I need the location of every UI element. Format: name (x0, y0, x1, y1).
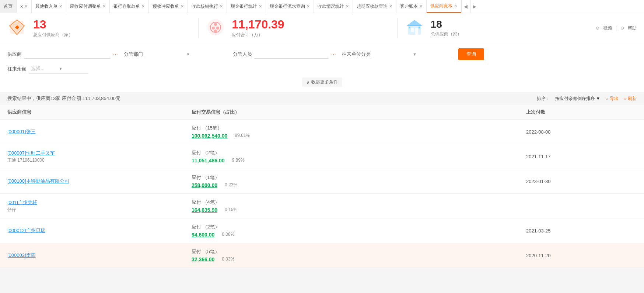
svg-text:◆: ◆ (15, 24, 20, 30)
payable-label-2: 应付 （2笔） (192, 149, 526, 156)
refresh-icon: ○ (624, 96, 626, 101)
nav-supplier-book-label: 供应商账本 (430, 3, 452, 9)
payable-label-5: 应付 （2笔） (192, 224, 526, 230)
svg-point-4 (207, 19, 224, 35)
nav-customer-book[interactable]: 客户账本 ✕ (396, 0, 427, 13)
payable-row-5: 94,600.00 0.08% (192, 231, 526, 238)
payable-pct-2: 9.89% (232, 158, 245, 163)
nav-cash-stat-label: 现金银行统计 (231, 3, 257, 10)
supplier-link-2[interactable]: [000007]恒旺二手叉车 (7, 150, 55, 156)
nav-advance-recv[interactable]: 预收冲应收单 ✕ (149, 0, 188, 13)
nav-cash-flow-close[interactable]: ✕ (307, 4, 310, 9)
nav-cash-flow-label: 现金银行流水查询 (270, 3, 305, 10)
nav-tab3-close[interactable]: ✕ (24, 4, 28, 9)
payable-amount-3[interactable]: 258,000.00 (192, 182, 217, 188)
filter-supplier: 供应商 ··· (7, 50, 118, 59)
payable-label-3: 应付 （1笔） (192, 174, 526, 181)
stat-payable-info: 13 总应付供应商（家） (33, 18, 73, 38)
svg-rect-13 (415, 28, 418, 35)
nav-verify-close[interactable]: ✕ (220, 4, 223, 9)
filter-row-1: 供应商 ··· 分管部门 ▼ 分管人员 ··· 往来单位分类 ▼ 查询 (7, 48, 637, 60)
nav-cash-stat[interactable]: 现金银行统计 ✕ (227, 0, 266, 13)
supplier-info-5: [000012]广州贝瑞 (7, 227, 192, 234)
video-link[interactable]: 视频 (603, 25, 612, 31)
nav-recv-stat-close[interactable]: ✕ (346, 4, 349, 9)
col-supplier-header: 供应商信息 (7, 109, 192, 116)
sort-arrow-icon: ▼ (596, 96, 601, 101)
nav-overdue[interactable]: 超期应收款查询 ✕ (353, 0, 396, 13)
payable-amount-1[interactable]: 100,092,540.00 (192, 133, 227, 139)
person-dots-icon[interactable]: ··· (331, 51, 336, 58)
nav-arrow-right[interactable]: ▶ (470, 0, 479, 13)
nav-bank-close[interactable]: ✕ (141, 4, 145, 9)
nav-adjust-close[interactable]: ✕ (102, 4, 106, 9)
refresh-label: 刷新 (628, 96, 637, 102)
supplier-link-5[interactable]: [000012]广州贝瑞 (7, 228, 45, 233)
payable-amount-5[interactable]: 94,600.00 (192, 232, 214, 238)
payable-row-2: 11,051,486.00 9.89% (192, 157, 526, 163)
export-button[interactable]: ○ 导出 (606, 96, 619, 102)
person-input[interactable] (254, 50, 328, 59)
dept-select[interactable]: ▼ (145, 51, 227, 58)
col-payable-header: 应付交易信息（占比） (192, 109, 526, 116)
nav-verify[interactable]: 收款核销执行 ✕ (188, 0, 227, 13)
collapse-label: 收起更多条件 (311, 79, 338, 85)
payable-pct-1: 89.61% (235, 133, 250, 138)
nav-overdue-close[interactable]: ✕ (389, 4, 392, 9)
nav-customer-book-close[interactable]: ✕ (419, 4, 423, 9)
supplier-link-3[interactable]: [000100]本特勤油品有限公司 (7, 178, 69, 184)
payable-amount-6[interactable]: 32,366.00 (192, 256, 214, 262)
payable-amount-4[interactable]: 164,635.90 (192, 207, 217, 213)
filter-category: 往来单位分类 ▼ (342, 51, 452, 58)
balance-select[interactable]: 选择... ▼ (29, 64, 88, 74)
payable-info-4: 应付 （4笔） 164,635.90 0.15% (192, 199, 526, 213)
nav-home[interactable]: 首页 (0, 0, 17, 13)
nav-cash-flow[interactable]: 现金银行流水查询 ✕ (266, 0, 314, 13)
payable-info-3: 应付 （1笔） 258,000.00 0.23% (192, 174, 526, 188)
nav-other-income-close[interactable]: ✕ (59, 4, 62, 9)
nav-arrow-left[interactable]: ◀ (461, 0, 470, 13)
supplier-sub-4: 仔仔 (7, 207, 192, 213)
nav-cash-stat-close[interactable]: ✕ (259, 4, 262, 9)
nav-tab3[interactable]: 3 ✕ (17, 0, 32, 13)
payable-label-6: 应付 （5笔） (192, 248, 526, 255)
nav-adjust[interactable]: 应收应付调整单 ✕ (66, 0, 110, 13)
nav-advance-recv-close[interactable]: ✕ (181, 4, 184, 9)
nav-bank[interactable]: 银行存取款单 ✕ (110, 0, 149, 13)
nav-other-income[interactable]: 其他收入单 ✕ (32, 0, 66, 13)
export-label: 导出 (610, 96, 619, 102)
payable-pct-6: 0.03% (222, 256, 234, 262)
payable-amount-2[interactable]: 11,051,486.00 (192, 158, 225, 163)
filter-row-2: 往来余额 选择... ▼ (7, 64, 637, 74)
supplier-info-3: [000100]本特勤油品有限公司 (7, 178, 192, 185)
supplier-link-4[interactable]: [001]广州荣轩 (7, 200, 37, 205)
supplier-dots-icon[interactable]: ··· (113, 51, 118, 58)
stat-payable-total: 11,170.39 应付合计（万） (206, 18, 397, 38)
table-row: [000007]恒旺二手叉车 王通 17106110000 应付 （2笔） 11… (0, 144, 644, 169)
export-icon: ○ (606, 96, 608, 101)
collapse-button[interactable]: ∧ 收起更多条件 (302, 77, 342, 87)
payable-row-3: 258,000.00 0.23% (192, 182, 526, 188)
nav-recv-stat[interactable]: 收款情况统计 ✕ (314, 0, 353, 13)
result-bar-right: 排序： 按应付余额倒序排序 ▼ ○ 导出 ○ 刷新 (537, 96, 637, 102)
last-pay-5: 2021-03-25 (526, 228, 637, 234)
result-summary: 搜索结果中，供应商13家 应付金额 111,703,854.00元 (7, 95, 120, 102)
svg-point-6 (214, 23, 217, 26)
svg-point-7 (216, 27, 219, 30)
table-row: [000012]广州贝瑞 应付 （2笔） 94,600.00 0.08% 202… (0, 218, 644, 243)
supplier-link-6[interactable]: [000002]李四 (7, 252, 36, 258)
nav-supplier-book[interactable]: 供应商账本 ✕ (427, 0, 461, 13)
search-button[interactable]: 查询 (458, 48, 484, 60)
payable-row-4: 164,635.90 0.15% (192, 206, 526, 213)
category-select[interactable]: ▼ (373, 51, 452, 58)
nav-advance-recv-label: 预收冲应收单 (153, 3, 179, 10)
payable-label-4: 应付 （4笔） (192, 199, 526, 206)
sort-select[interactable]: 按应付余额倒序排序 ▼ (555, 96, 601, 102)
store-icon (405, 18, 426, 38)
stats-bar-links: ⊙ 视频 | ⊙ 帮助 (596, 25, 637, 31)
supplier-input[interactable] (24, 50, 110, 59)
nav-supplier-book-close[interactable]: ✕ (454, 4, 457, 8)
help-link[interactable]: 帮助 (628, 25, 637, 31)
refresh-button[interactable]: ○ 刷新 (624, 96, 637, 102)
supplier-link-1[interactable]: [000001]张三 (7, 129, 36, 134)
